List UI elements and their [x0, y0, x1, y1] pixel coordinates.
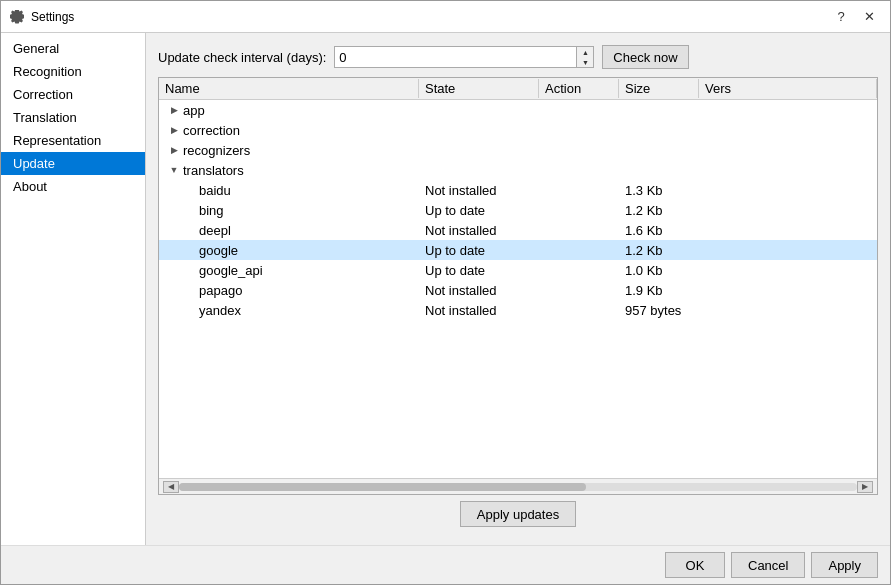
top-bar: Update check interval (days): ▲ ▼ Check … [158, 45, 878, 69]
cell-name-yandex: yandex [159, 302, 419, 319]
spin-down-button[interactable]: ▼ [577, 57, 593, 67]
table-row[interactable]: papagoNot installed1.9 Kb [159, 280, 877, 300]
cell-version-google [699, 249, 877, 251]
item-name-baidu: baidu [199, 183, 231, 198]
cell-state-app [419, 109, 539, 111]
expand-icon-correction[interactable]: ▶ [167, 123, 181, 137]
cell-state-recognizers [419, 149, 539, 151]
apply-button[interactable]: Apply [811, 552, 878, 578]
cell-action-yandex [539, 309, 619, 311]
cell-size-yandex: 957 bytes [619, 302, 699, 319]
tree-body: ▶app▶correction▶recognizers▼translatorsb… [159, 100, 877, 478]
cell-size-google_api: 1.0 Kb [619, 262, 699, 279]
table-row[interactable]: googleUp to date1.2 Kb [159, 240, 877, 260]
cell-version-deepl [699, 229, 877, 231]
item-name-bing: bing [199, 203, 224, 218]
cell-size-deepl: 1.6 Kb [619, 222, 699, 239]
scrollbar-track [179, 483, 857, 491]
expand-icon-app[interactable]: ▶ [167, 103, 181, 117]
cell-action-google [539, 249, 619, 251]
table-row[interactable]: baiduNot installed1.3 Kb [159, 180, 877, 200]
header-size: Size [619, 79, 699, 98]
table-row[interactable]: deeplNot installed1.6 Kb [159, 220, 877, 240]
cell-state-correction [419, 129, 539, 131]
sidebar-item-general[interactable]: General [1, 37, 145, 60]
scroll-right-button[interactable]: ▶ [857, 481, 873, 493]
table-row[interactable]: ▶recognizers [159, 140, 877, 160]
table-row[interactable]: yandexNot installed957 bytes [159, 300, 877, 320]
cell-size-bing: 1.2 Kb [619, 202, 699, 219]
cell-action-baidu [539, 189, 619, 191]
spin-buttons: ▲ ▼ [577, 46, 594, 68]
cell-name-deepl: deepl [159, 222, 419, 239]
spin-up-button[interactable]: ▲ [577, 47, 593, 57]
title-bar-buttons: ? ✕ [828, 6, 882, 28]
cell-version-baidu [699, 189, 877, 191]
cancel-button[interactable]: Cancel [731, 552, 805, 578]
cell-name-google: google [159, 242, 419, 259]
sidebar-item-correction[interactable]: Correction [1, 83, 145, 106]
table-row[interactable]: bingUp to date1.2 Kb [159, 200, 877, 220]
sidebar-item-representation[interactable]: Representation [1, 129, 145, 152]
cell-name-bing: bing [159, 202, 419, 219]
cell-name-baidu: baidu [159, 182, 419, 199]
cell-name-app: ▶app [159, 102, 419, 119]
table-row[interactable]: ▼translators [159, 160, 877, 180]
cell-name-papago: papago [159, 282, 419, 299]
check-now-button[interactable]: Check now [602, 45, 688, 69]
item-name-google: google [199, 243, 238, 258]
cell-state-google: Up to date [419, 242, 539, 259]
cell-size-google: 1.2 Kb [619, 242, 699, 259]
cell-version-bing [699, 209, 877, 211]
sidebar-item-about[interactable]: About [1, 175, 145, 198]
table-row[interactable]: google_apiUp to date1.0 Kb [159, 260, 877, 280]
cell-version-translators [699, 169, 877, 171]
cell-action-bing [539, 209, 619, 211]
scroll-left-button[interactable]: ◀ [163, 481, 179, 493]
bottom-scrollbar: ◀ ▶ [159, 478, 877, 494]
cell-state-papago: Not installed [419, 282, 539, 299]
expand-icon-recognizers[interactable]: ▶ [167, 143, 181, 157]
expand-icon-translators[interactable]: ▼ [167, 163, 181, 177]
ok-button[interactable]: OK [665, 552, 725, 578]
cell-name-correction: ▶correction [159, 122, 419, 139]
item-name-app: app [183, 103, 205, 118]
cell-size-recognizers [619, 149, 699, 151]
cell-state-yandex: Not installed [419, 302, 539, 319]
sidebar-item-recognition[interactable]: Recognition [1, 60, 145, 83]
tree-container: Name State Action Size Vers ▶app▶correct… [158, 77, 878, 495]
cell-size-correction [619, 129, 699, 131]
cell-name-recognizers: ▶recognizers [159, 142, 419, 159]
table-row[interactable]: ▶app [159, 100, 877, 120]
interval-input-wrapper: ▲ ▼ [334, 46, 594, 68]
item-name-correction: correction [183, 123, 240, 138]
item-name-recognizers: recognizers [183, 143, 250, 158]
header-version: Vers [699, 79, 877, 98]
settings-window: Settings ? ✕ GeneralRecognitionCorrectio… [0, 0, 891, 585]
interval-input[interactable] [334, 46, 577, 68]
help-button[interactable]: ? [828, 6, 854, 28]
settings-icon [9, 9, 25, 25]
item-name-papago: papago [199, 283, 242, 298]
cell-version-google_api [699, 269, 877, 271]
cell-action-papago [539, 289, 619, 291]
sidebar: GeneralRecognitionCorrectionTranslationR… [1, 33, 146, 545]
cell-action-recognizers [539, 149, 619, 151]
close-button[interactable]: ✕ [856, 6, 882, 28]
item-name-translators: translators [183, 163, 244, 178]
tree-header: Name State Action Size Vers [159, 78, 877, 100]
action-bar: Apply updates [158, 495, 878, 533]
cell-action-deepl [539, 229, 619, 231]
cell-state-google_api: Up to date [419, 262, 539, 279]
sidebar-item-translation[interactable]: Translation [1, 106, 145, 129]
cell-version-app [699, 109, 877, 111]
cell-version-recognizers [699, 149, 877, 151]
apply-updates-button[interactable]: Apply updates [460, 501, 576, 527]
content-area: GeneralRecognitionCorrectionTranslationR… [1, 33, 890, 545]
cell-size-app [619, 109, 699, 111]
cell-action-google_api [539, 269, 619, 271]
cell-state-bing: Up to date [419, 202, 539, 219]
table-row[interactable]: ▶correction [159, 120, 877, 140]
cell-action-app [539, 109, 619, 111]
sidebar-item-update[interactable]: Update [1, 152, 145, 175]
